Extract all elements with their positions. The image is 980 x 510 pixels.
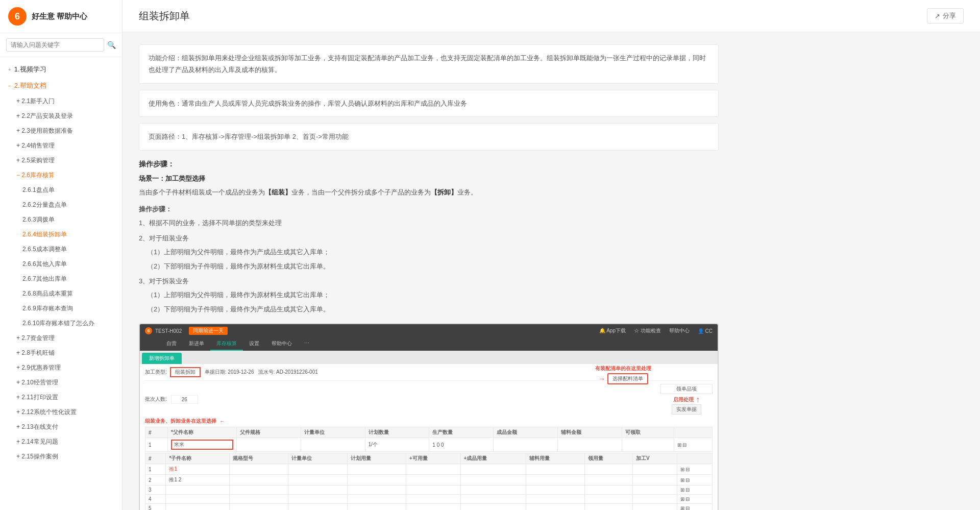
sidebar-item-2-6-7[interactable]: 2.6.7其他出库单: [0, 272, 122, 286]
mock-app-nav-3: 帮助中心: [669, 327, 690, 334]
mock-titlebar: 6 TEST-H002 同期前进一天 🔔 App下载 ☆ 功能检查 帮助中心 👤…: [140, 324, 718, 337]
sidebar-item-video[interactable]: + 1.视频学习: [0, 61, 122, 78]
sidebar-item-2-6-1[interactable]: 2.6.1盘点单: [0, 183, 122, 198]
sidebar-item-2-6-8[interactable]: 2.6.8商品成本重算: [0, 286, 122, 301]
intro-box: 功能介绍：组装拆卸单用来处理企业组装或拆卸等加工业务，支持有固定装配清单的产品加…: [139, 44, 719, 84]
app-logo-icon: 6: [8, 7, 27, 26]
sidebar-item-sales-label: + 2.4销售管理: [16, 142, 55, 149]
sidebar-item-2-6-10[interactable]: 2.6.10库存账本错了怎么办: [0, 316, 122, 331]
sidebar-item-purchase[interactable]: + 2.5采购管理: [0, 153, 122, 168]
share-button[interactable]: ↗ 分享: [927, 8, 964, 23]
sidebar-item-2-11[interactable]: + 2.11打印设置: [0, 390, 122, 405]
mock-advance-btn: 同期前进一天: [189, 327, 228, 335]
sidebar-item-2-6-5[interactable]: 2.6.5成本调整单: [0, 242, 122, 257]
cell-plan-qty: 1/个: [365, 438, 429, 452]
mock-type-select[interactable]: 组装拆卸: [170, 367, 201, 377]
nav-list: + 1.视频学习 − 2.帮助文档 + 2.1新手入门 + 2.2产品安装及登录…: [0, 57, 122, 510]
logo-area: 6 好生意 帮助中心: [0, 0, 122, 33]
sidebar-item-2-6-6[interactable]: 2.6.6其他入库单: [0, 257, 122, 272]
sidebar-item-2-13[interactable]: + 2.13在线支付: [0, 420, 122, 434]
annotation-enable-text: 启用处理: [673, 396, 694, 403]
mock-nav-home[interactable]: 自营: [160, 337, 183, 351]
mock-app-nav-2: ☆ 功能检查: [634, 327, 661, 334]
col-prod-amt: 成品金额: [494, 427, 558, 438]
step2-2: （2）下部明细为子件明细，最终作为原材料生成其它出库单。: [139, 260, 719, 272]
table-row: 2 推1 2 ⊞ ⊟: [145, 475, 713, 485]
expand-icon-2: −: [8, 83, 11, 89]
mock-app-window: 6 TEST-H002 同期前进一天 🔔 App下载 ☆ 功能检查 帮助中心 👤…: [139, 324, 718, 510]
child-annotation-name: 推1: [169, 466, 177, 472]
mock-tab-assembly[interactable]: 新增拆卸单: [142, 353, 182, 364]
mock-nav-orders[interactable]: 新进单: [183, 337, 210, 351]
mock-tab-area: 新增拆卸单: [140, 351, 718, 364]
sidebar-item-2-15[interactable]: + 2.15操作案例: [0, 449, 122, 464]
search-input[interactable]: [6, 38, 104, 52]
sidebar: 6 好生意 帮助中心 🔍 + 1.视频学习 − 2.帮助文档 + 2.1新手入门…: [0, 0, 122, 510]
col-prod-qty: 生产数量: [429, 427, 494, 438]
steps-label: 操作步骤：: [139, 203, 719, 215]
cell-prod-qty: 1 0 0: [429, 438, 494, 452]
mock-app-nav-4: 👤 CC: [698, 328, 713, 334]
sidebar-item-docs[interactable]: − 2.帮助文档: [0, 78, 122, 94]
user-role-text: 使用角色：通常由生产人员或库管人员完成拆装业务的操作，库管人员确认原材料的出库和…: [149, 100, 467, 107]
expand-icon-1: +: [8, 67, 11, 72]
scenario1-desc: 当由多个子件材料组装成一个成品的业务为【组装】业务，当由一个父件拆分成多个子产品…: [139, 186, 719, 198]
table-row: 4 ⊞ ⊟: [145, 495, 713, 504]
step2-1: （1）上部明细为父件明细，最终作为产成品生成其它入库单；: [139, 246, 719, 258]
col-aux-amt: 辅料金额: [557, 427, 622, 438]
mock-bom-btn[interactable]: 选择配料清单: [607, 373, 648, 384]
sidebar-item-2-7[interactable]: + 2.7资金管理: [0, 331, 122, 346]
sidebar-item-2-6-4[interactable]: 2.6.4组装拆卸单: [0, 227, 122, 242]
sidebar-item-sales[interactable]: + 2.4销售管理: [0, 138, 122, 153]
mock-date-label: 单据日期: 2019-12-26: [205, 369, 254, 376]
col-child-seq: #: [145, 453, 166, 464]
share-label: 分享: [943, 11, 956, 20]
mock-nav-inventory[interactable]: 库存核算: [210, 337, 243, 351]
col-avail: 可领取: [622, 427, 674, 438]
mock-app-icon: 6: [145, 327, 152, 334]
sidebar-item-purchase-label: + 2.5采购管理: [16, 157, 55, 164]
sidebar-item-2-14[interactable]: + 2.14常见问题: [0, 434, 122, 449]
sidebar-item-install[interactable]: + 2.2产品安装及登录: [0, 109, 122, 124]
sidebar-item-inventory[interactable]: − 2.6库存核算: [0, 168, 122, 183]
sidebar-item-2-12[interactable]: + 2.12系统个性化设置: [0, 405, 122, 420]
col-child-name: *子件名称: [166, 453, 229, 464]
cell-seq: 1: [145, 438, 168, 452]
step3-2: （2）下部明细为子件明细，最终作为产成品生成其它入库单。: [139, 303, 719, 315]
mock-vendor-field[interactable]: 领单品项: [660, 384, 713, 394]
annotation-right-2: 领单品项 启用处理 ↑ 实发单据: [660, 384, 713, 415]
col-child-unit: 计量单位: [288, 453, 348, 464]
sidebar-item-data-prep[interactable]: + 2.3使用前数据准备: [0, 124, 122, 138]
scenario1-desc-text: 当由多个子件材料组装成一个成品的业务为: [139, 188, 265, 196]
sidebar-item-2-9[interactable]: + 2.9优惠券管理: [0, 360, 122, 375]
page-path-text: 页面路径：1、库存核算->库存管理->组装拆卸单 2、首页->常用功能: [149, 133, 349, 140]
search-button[interactable]: 🔍: [107, 41, 116, 49]
mock-nav-more[interactable]: ⋯: [298, 337, 315, 351]
col-seq: #: [145, 427, 168, 438]
cell-prod-amt: [494, 438, 558, 452]
page-path-box: 页面路径：1、库存核算->库存管理->组装拆卸单 2、首页->常用功能: [139, 123, 719, 150]
sidebar-item-2-10[interactable]: + 2.10经营管理: [0, 375, 122, 390]
col-receive: 领用量: [585, 453, 633, 464]
col-parent-spec: 父件规格: [237, 427, 301, 438]
sidebar-item-docs-label: 2.帮助文档: [14, 81, 46, 90]
sidebar-item-2-6-3[interactable]: 2.6.3调拨单: [0, 212, 122, 227]
mock-child-table: # *子件名称 规格型号 计量单位 计划用量 +可用量 +成品用量 辅料用量 领…: [145, 453, 713, 510]
sidebar-item-2-6-9[interactable]: 2.6.9库存账本查询: [0, 301, 122, 316]
scenario1-title: 场景一：加工类型选择: [139, 174, 719, 183]
content-body: 功能介绍：组装拆卸单用来处理企业组装或拆卸等加工业务，支持有固定装配清单的产品加…: [122, 32, 735, 510]
user-role-box: 使用角色：通常由生产人员或库管人员完成拆装业务的操作，库管人员确认原材料的出库和…: [139, 90, 719, 117]
share-icon: ↗: [935, 12, 940, 20]
col-op: [674, 427, 712, 438]
sidebar-item-newuser[interactable]: + 2.1新手入门: [0, 94, 122, 109]
mock-apply-btn[interactable]: 实发单据: [672, 404, 701, 415]
mock-nav-help[interactable]: 帮助中心: [265, 337, 298, 351]
cell-aux-amt: [557, 438, 622, 452]
mock-type-label: 加工类型:: [145, 369, 167, 376]
mock-nav-settings[interactable]: 设置: [243, 337, 265, 351]
col-plan-use: 计划用量: [347, 453, 406, 464]
sidebar-item-2-8[interactable]: + 2.8手机旺铺: [0, 346, 122, 360]
sidebar-item-2-6-2[interactable]: 2.6.2分量盘点单: [0, 198, 122, 212]
scenario1-title-text: 场景一：加工类型选择: [139, 175, 205, 182]
page-title: 组装拆卸单: [139, 9, 190, 23]
